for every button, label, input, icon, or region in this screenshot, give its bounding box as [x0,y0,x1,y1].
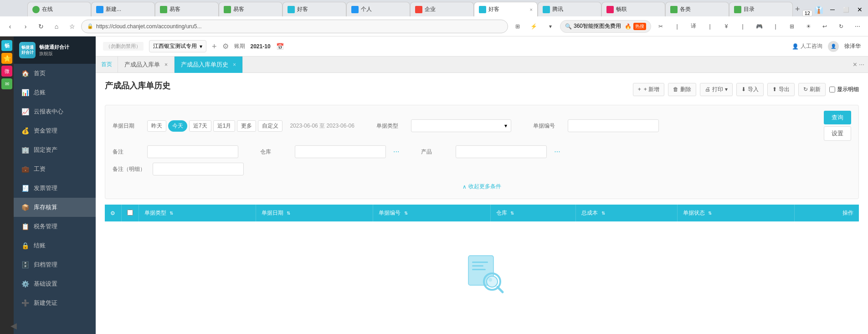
collapse-btn[interactable]: ∧ 收起更多条件 [113,180,851,193]
sidebar-item-finance[interactable]: 💰 资金管理 [14,121,96,140]
browser-back-btn[interactable]: ◀ [7,319,20,332]
sidebar-item-home[interactable]: 🏠 首页 [14,64,96,83]
refresh-btn[interactable]: ↻ 刷新 [798,83,826,96]
yen-icon[interactable]: ¥ [719,20,733,33]
gamepad-icon[interactable]: 🎮 [752,20,766,33]
tab-close-btn[interactable]: × [530,7,533,12]
more-tabs-btn[interactable]: ⋯ [859,62,864,68]
filter-warehouse-dots[interactable]: ··· [393,148,399,156]
sidebar-item-ledger[interactable]: 📊 总账 [14,83,96,102]
company-select[interactable]: 江西银宝测试专用 ▾ [149,40,206,52]
page-tab-list-close[interactable]: × [164,62,168,68]
app-icon-mail[interactable]: ✉ [1,78,12,89]
tab-changlian[interactable]: 畅联 [601,2,665,16]
page-tab-list[interactable]: 产成品入库单 × [118,57,175,73]
tab-new[interactable]: 新建... [91,2,155,16]
tab-haoke1[interactable]: 好客 [282,2,346,16]
query-btn[interactable]: 查询 [824,111,851,124]
filter-product-input[interactable] [456,145,547,158]
sidebar-item-archive[interactable]: 🗄️ 归档管理 [14,255,96,274]
more-icon[interactable]: ⋯ [851,20,864,33]
calendar-icon[interactable]: 📅 [276,43,284,50]
th-gear[interactable]: ⚙ [105,205,121,221]
sidebar-item-invoice[interactable]: 🧾 发票管理 [14,179,96,198]
filter-bill-type-select[interactable]: ▾ [411,119,511,132]
show-detail-checkbox-label[interactable]: 显示明细 [829,86,859,93]
th-total-cost[interactable]: 总成本 ⇅ [576,205,677,221]
select-all-checkbox[interactable] [127,210,133,216]
app-icon-star[interactable]: ⭐ [1,53,12,64]
delete-btn[interactable]: 🗑 删除 [668,83,696,96]
tab-tengxun[interactable]: 腾讯 [538,2,601,16]
tab-haoke2-active[interactable]: 好客 × [474,2,538,16]
date-btn-1month[interactable]: 近1月 [213,120,236,132]
nav-refresh-btn[interactable]: ↻ [35,20,47,33]
filter-remark-detail-input[interactable] [153,163,244,175]
scissors-icon[interactable]: ✂ [654,20,668,33]
user-service-btn[interactable]: 👤 人工咨询 [792,42,822,50]
print-btn[interactable]: 🖨 打印 ▾ [700,83,733,96]
sidebar-item-assets[interactable]: 🏢 固定资产 [14,140,96,159]
sidebar-item-closing[interactable]: 🔒 结账 [14,236,96,255]
filter-warehouse-input[interactable] [295,145,386,158]
sidebar-item-salary[interactable]: 💼 工资 [14,159,96,179]
sidebar-item-newbill[interactable]: ➕ 新建凭证 [14,293,96,313]
filter-remark-input[interactable] [147,145,238,158]
minimize-btn[interactable]: ─ [826,5,839,15]
close-window-btn[interactable]: ✕ [853,5,866,15]
sidebar-item-inventory[interactable]: 📦 库存核算 [14,198,96,217]
filter-bill-no-input[interactable] [568,119,659,132]
th-bill-no[interactable]: 单据编号 ⇅ [373,205,490,221]
export-btn[interactable]: ⬆ 导出 [767,83,795,96]
th-bill-type[interactable]: 单据类型 ⇅ [139,205,256,221]
page-tab-history-close[interactable]: × [233,62,236,68]
th-bill-status[interactable]: 单据状态 ⇅ [677,205,794,221]
add-btn[interactable]: + + 新增 [633,83,664,96]
tab-qiye[interactable]: 企业 [410,2,474,16]
nav-forward-btn[interactable]: › [19,20,32,33]
grid2-icon[interactable]: ⊞ [785,20,799,33]
company-settings-icon[interactable]: ⚙ [222,42,229,51]
show-detail-checkbox[interactable] [829,87,835,92]
bolt-icon[interactable]: ⚡ [527,20,541,33]
dropdown-arrow-icon[interactable]: ▾ [544,20,557,33]
sidebar-item-report[interactable]: 📈 云报表中心 [14,102,96,121]
close-all-btn[interactable]: × [853,61,857,69]
th-warehouse[interactable]: 仓库 ⇅ [490,205,575,221]
add-company-btn[interactable]: + [212,42,217,51]
breadcrumb-home[interactable]: 首页 [101,61,112,68]
nav-star-btn[interactable]: ☆ [66,20,78,33]
undo-icon[interactable]: ↩ [818,20,832,33]
date-btn-more[interactable]: 更多 [237,120,256,132]
import-btn[interactable]: ⬇ 导入 [736,83,764,96]
filter-product-dots[interactable]: ··· [554,148,560,156]
date-btn-yesterday[interactable]: 昨天 [147,120,166,132]
app-icon-changjie[interactable]: 畅 [1,40,12,51]
date-btn-7days[interactable]: 近7天 [189,120,211,132]
tab-yike2[interactable]: 易客 [219,2,282,16]
tab-zaixin[interactable]: 在线 [27,2,91,16]
th-checkbox[interactable] [121,205,139,221]
sidebar-item-basic[interactable]: ⚙️ 基础设置 [14,274,96,293]
maximize-btn[interactable]: ⬜ [840,5,853,15]
tab-mulu[interactable]: 目录 [729,2,793,16]
tab-yike1[interactable]: 易客 [155,2,219,16]
nav-home-btn[interactable]: ⌂ [50,20,63,33]
settings-btn[interactable]: 设置 [824,126,851,141]
sun-icon[interactable]: ☀ [801,20,815,33]
translate-icon[interactable]: 译 [687,20,700,33]
sidebar-item-tax[interactable]: 📋 税务管理 [14,217,96,236]
tab-geren[interactable]: 个人 [346,2,410,16]
date-btn-today[interactable]: 今天 [168,120,187,132]
th-bill-date[interactable]: 单据日期 ⇅ [256,205,373,221]
app-icon-weibo[interactable]: 微 [1,66,12,77]
page-tab-history[interactable]: 产成品入库单历史 × [175,57,243,73]
refresh2-icon[interactable]: ↻ [834,20,848,33]
date-btn-custom[interactable]: 自定义 [258,120,282,132]
grid-icon[interactable]: ⊞ [511,20,524,33]
nav-back-btn[interactable]: ‹ [4,20,16,33]
new-tab-btn[interactable]: + [793,2,802,16]
tab-gelei[interactable]: 各类 [665,2,729,16]
url-bar[interactable]: 🔒 https://cloud.chanjet.com/accounting/u… [81,20,508,33]
search-box[interactable]: 🔍 360智能抠图免费用 🔥 热搜 [560,20,651,33]
